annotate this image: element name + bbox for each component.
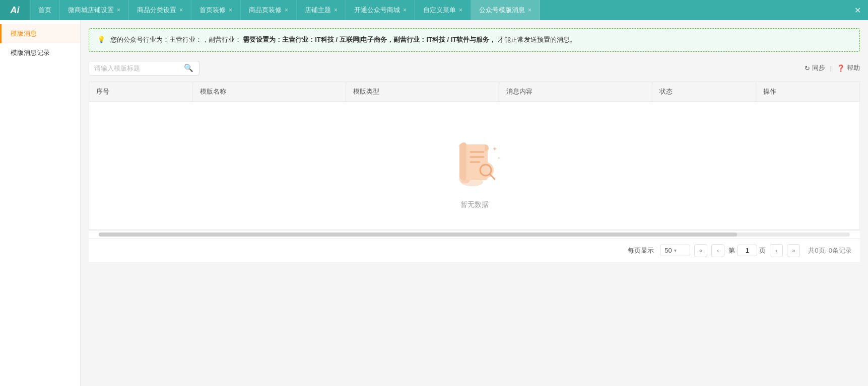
- tab-close-template-msg[interactable]: ×: [528, 7, 531, 13]
- per-page-value: 50: [664, 247, 672, 254]
- table-col-content: 消息内容: [499, 82, 652, 101]
- sync-icon: ↻: [805, 64, 810, 72]
- app-logo: Ai: [0, 0, 30, 20]
- per-page-select[interactable]: 50 ▾: [660, 245, 690, 256]
- tab-home[interactable]: 首页: [30, 0, 60, 20]
- content-area: 💡 您的公众号行业为：主营行业：，副营行业： 需要设置为：主营行业：IT科技 /…: [81, 20, 868, 386]
- tab-shop-theme[interactable]: 店铺主题×: [297, 0, 346, 20]
- tab-open-mall[interactable]: 开通公众号商城×: [346, 0, 415, 20]
- tab-close-custom-menu[interactable]: ×: [459, 7, 462, 13]
- sidebar-item-template-record[interactable]: 模版消息记录: [0, 43, 80, 62]
- svg-line-6: [490, 175, 495, 179]
- table-col-name: 模版名称: [193, 82, 346, 101]
- tab-close-shop-settings[interactable]: ×: [117, 7, 120, 13]
- tab-close-shop-theme[interactable]: ×: [334, 7, 338, 13]
- tab-custom-menu[interactable]: 自定义菜单×: [415, 0, 471, 20]
- sidebar: 模版消息模版消息记录: [0, 20, 81, 386]
- toolbar-divider: |: [830, 64, 832, 72]
- tab-template-msg[interactable]: 公众号模版消息×: [471, 0, 540, 20]
- notice-box: 💡 您的公众号行业为：主营行业：，副营行业： 需要设置为：主营行业：IT科技 /…: [89, 28, 860, 52]
- tab-home-decoration[interactable]: 首页装修×: [191, 0, 241, 20]
- page-input-wrap: 第 页: [728, 245, 766, 256]
- per-page-dropdown-icon: ▾: [674, 248, 677, 253]
- table-col-action: 操作: [756, 82, 859, 101]
- notice-suffix: 才能正常发送预置的消息。: [498, 36, 576, 43]
- tab-category-settings[interactable]: 商品分类设置×: [129, 0, 191, 20]
- tab-close-home-decoration[interactable]: ×: [229, 7, 232, 13]
- help-button[interactable]: ❓ 帮助: [837, 63, 860, 72]
- page-input[interactable]: [737, 245, 757, 256]
- page-label: 第: [728, 246, 735, 255]
- scroll-track: [99, 233, 850, 237]
- scroll-thumb: [99, 233, 737, 237]
- search-row: 🔍 ↻ 同步 | ❓ 帮助: [89, 61, 860, 75]
- next-page-button[interactable]: ›: [770, 244, 783, 257]
- table-col-status: 状态: [652, 82, 756, 101]
- first-page-button[interactable]: «: [694, 244, 707, 257]
- tab-shop-settings[interactable]: 微商城店铺设置×: [60, 0, 129, 20]
- notice-highlight: 需要设置为：主营行业：IT科技 / 互联网|电子商务，副营行业：IT科技 / I…: [243, 36, 496, 43]
- table-col-index: 序号: [89, 82, 193, 101]
- main-layout: 模版消息模版消息记录 💡 您的公众号行业为：主营行业：，副营行业： 需要设置为：…: [0, 20, 868, 386]
- tab-bar: Ai 首页微商城店铺设置×商品分类设置×首页装修×商品页装修×店铺主题×开通公众…: [0, 0, 868, 20]
- svg-text:✦: ✦: [497, 156, 501, 161]
- tab-close-category-settings[interactable]: ×: [179, 7, 183, 13]
- toolbar-right: ↻ 同步 | ❓ 帮助: [805, 63, 860, 72]
- help-label: 帮助: [847, 63, 860, 72]
- empty-state: ✦ ✦ 暂无数据: [89, 102, 859, 229]
- data-table: 序号模版名称模版类型消息内容状态操作: [89, 82, 860, 230]
- last-page-button[interactable]: »: [787, 244, 800, 257]
- per-page-label: 每页显示: [628, 246, 654, 255]
- notice-prefix: 您的公众号行业为：主营行业：，副营行业：: [110, 36, 241, 43]
- tab-close-product-decoration[interactable]: ×: [285, 7, 288, 13]
- total-info: 共0页, 0条记录: [808, 246, 852, 255]
- tab-close-open-mall[interactable]: ×: [403, 7, 407, 13]
- window-close-button[interactable]: ✕: [847, 0, 868, 20]
- sync-label: 同步: [812, 63, 825, 72]
- search-input-wrap: 🔍: [89, 61, 199, 75]
- help-icon: ❓: [837, 64, 845, 72]
- page-suffix: 页: [759, 246, 766, 255]
- empty-text: 暂无数据: [460, 200, 489, 209]
- sidebar-item-template-message[interactable]: 模版消息: [0, 24, 80, 43]
- scroll-bar-area: [89, 230, 860, 239]
- sync-button[interactable]: ↻ 同步: [805, 63, 825, 72]
- prev-page-button[interactable]: ‹: [711, 244, 724, 257]
- empty-illustration: ✦ ✦: [444, 132, 505, 192]
- table-col-type: 模版类型: [346, 82, 499, 101]
- search-input[interactable]: [89, 61, 180, 75]
- svg-text:✦: ✦: [492, 145, 497, 152]
- notice-icon: 💡: [97, 36, 105, 43]
- pagination-row: 每页显示 50 ▾ « ‹ 第 页 › » 共0页, 0条记录: [89, 239, 860, 262]
- tab-product-decoration[interactable]: 商品页装修×: [241, 0, 297, 20]
- search-button[interactable]: 🔍: [180, 63, 197, 72]
